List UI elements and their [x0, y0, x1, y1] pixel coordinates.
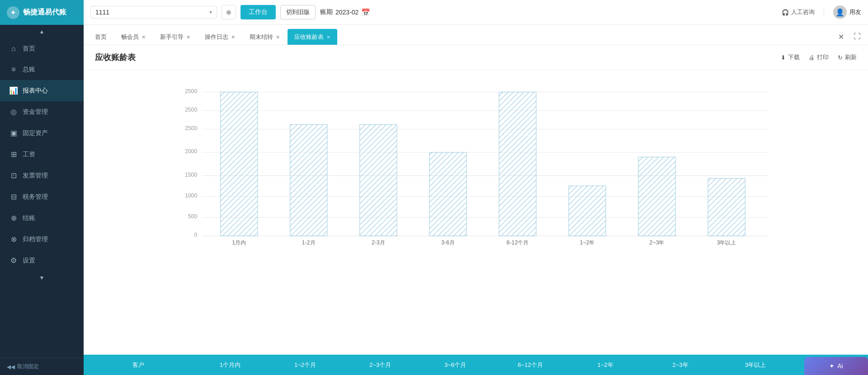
tab-guide-label: 新手引导	[160, 33, 184, 41]
sidebar-item-home-label: 首页	[23, 45, 35, 53]
content-area: 应收账龄表 ⬇ 下载 🖨 打印 ↻ 刷新 2500	[84, 45, 868, 375]
logo-icon: ✦	[7, 6, 19, 19]
svg-rect-29	[638, 157, 675, 236]
settlement-icon: ⊕	[9, 214, 18, 222]
username: 用友	[849, 8, 861, 16]
tab-member[interactable]: 畅会员 ✕	[114, 29, 152, 45]
headset-icon: 🎧	[782, 9, 789, 16]
sidebar-item-invoice[interactable]: ⊡ 发票管理	[0, 165, 84, 186]
ledger-icon: ≡	[9, 66, 18, 74]
period-value: 2023-02	[335, 9, 359, 16]
salary-icon: ⊞	[9, 150, 18, 159]
sidebar-item-tax[interactable]: ⊟ 税务管理	[0, 186, 84, 207]
tab-member-close[interactable]: ✕	[142, 34, 146, 40]
ai-label: Ai	[837, 362, 843, 370]
chart-area: 2500 2500 2500 2000 1500 1000 500 0	[84, 70, 868, 355]
svg-text:2-3月: 2-3月	[372, 239, 385, 246]
download-label: 下载	[788, 53, 800, 61]
tab-period-end-close[interactable]: ✕	[276, 34, 280, 40]
sidebar-item-ledger-label: 总账	[23, 66, 35, 74]
sidebar-item-fixed-assets[interactable]: ▣ 固定资产	[0, 122, 84, 144]
sidebar-item-archive[interactable]: ⊗ 归档管理	[0, 229, 84, 250]
tab-oplog-close[interactable]: ✕	[231, 34, 235, 40]
tab-guide[interactable]: 新手引导 ✕	[153, 29, 197, 45]
consult-btn[interactable]: 🎧 人工咨询	[782, 8, 815, 16]
sidebar-scroll-up[interactable]: ▲	[0, 25, 84, 38]
sidebar-item-funds[interactable]: ◎ 资金管理	[0, 101, 84, 122]
copy-icon: ⊕	[226, 9, 231, 16]
app-name: 畅捷通易代账	[23, 8, 66, 17]
svg-text:2500: 2500	[185, 88, 198, 94]
period-display: 账期 2023-02 📅	[320, 8, 370, 17]
download-button[interactable]: ⬇ 下载	[781, 53, 800, 61]
print-button[interactable]: 🖨 打印	[809, 53, 829, 61]
col-6-12month: 6~12个月	[493, 361, 568, 369]
tab-home[interactable]: 首页	[88, 29, 113, 45]
svg-text:2500: 2500	[185, 107, 198, 113]
sidebar-item-ledger[interactable]: ≡ 总账	[0, 59, 84, 80]
main-area: 1111 ▾ ⊕ 工作台 切到旧版 账期 2023-02 📅 🎧 人工咨询 👤 …	[84, 0, 868, 375]
svg-rect-19	[290, 125, 327, 236]
col-3year-plus: 3年以上	[718, 361, 793, 369]
sidebar-item-settings-label: 设置	[23, 257, 35, 265]
svg-text:6-12个月: 6-12个月	[507, 239, 529, 246]
svg-text:3-6月: 3-6月	[441, 239, 455, 246]
sidebar-item-reports[interactable]: 📊 报表中心	[0, 80, 84, 101]
user-menu[interactable]: 👤 用友	[833, 5, 861, 19]
copy-button[interactable]: ⊕	[222, 5, 236, 19]
svg-text:1月内: 1月内	[232, 239, 246, 246]
oldver-button[interactable]: 切到旧版	[280, 5, 316, 19]
col-1-2month: 1~2个月	[268, 361, 343, 369]
tab-ar-aging[interactable]: 应收账龄表 ✕	[288, 29, 337, 45]
refresh-label: 刷新	[845, 53, 857, 61]
tab-guide-close[interactable]: ✕	[186, 34, 190, 40]
sidebar-item-settings[interactable]: ⚙ 设置	[0, 250, 84, 271]
svg-text:1-2月: 1-2月	[302, 239, 316, 246]
topbar-right: 🎧 人工咨询 👤 用友	[782, 5, 861, 19]
table-header: 客户 1个月内 1~2个月 2~3个月 3~6个月 6~12个月 1~2年 2~…	[84, 355, 868, 375]
tabs-bar-actions: ✕ ⛶	[835, 30, 863, 45]
sidebar-item-archive-label: 归档管理	[23, 235, 48, 244]
sidebar-item-salary[interactable]: ⊞ 工资	[0, 144, 84, 165]
page-header: 应收账龄表 ⬇ 下载 🖨 打印 ↻ 刷新	[84, 45, 868, 70]
sidebar-item-home[interactable]: ⌂ 首页	[0, 38, 84, 59]
period-label: 账期	[320, 8, 333, 16]
ai-chat-button[interactable]: ✦ Ai	[804, 357, 868, 375]
svg-text:500: 500	[188, 213, 198, 220]
company-name: 1111	[95, 9, 207, 16]
fixed-assets-icon: ▣	[9, 129, 18, 137]
svg-text:3年以上: 3年以上	[717, 239, 736, 246]
svg-text:0: 0	[194, 232, 197, 238]
svg-rect-27	[569, 186, 606, 236]
svg-text:2~3年: 2~3年	[650, 239, 665, 246]
col-1-2year: 1~2年	[568, 361, 643, 369]
refresh-button[interactable]: ↻ 刷新	[838, 53, 857, 61]
sidebar: ✦ 畅捷通易代账 ▲ ⌂ 首页 ≡ 总账 📊 报表中心 ◎ 资金管理 ▣ 固定资…	[0, 0, 84, 375]
ar-aging-chart: 2500 2500 2500 2000 1500 1000 500 0	[97, 79, 854, 251]
sidebar-item-settlement-label: 结账	[23, 214, 35, 222]
calendar-icon[interactable]: 📅	[361, 8, 370, 17]
print-icon: 🖨	[809, 54, 815, 61]
svg-text:1~2年: 1~2年	[580, 239, 595, 246]
col-2-3month: 2~3个月	[343, 361, 418, 369]
tab-period-end[interactable]: 期末结转 ✕	[243, 29, 287, 45]
company-selector[interactable]: 1111 ▾	[90, 6, 217, 19]
tab-member-label: 畅会员	[121, 33, 139, 41]
archive-icon: ⊗	[9, 235, 18, 244]
svg-text:2500: 2500	[185, 125, 198, 131]
cancel-pin-btn[interactable]: ◀◀ 取消固定	[0, 358, 84, 375]
tab-oplog[interactable]: 操作日志 ✕	[198, 29, 242, 45]
sidebar-scroll-down[interactable]: ▼	[0, 271, 84, 285]
page-title: 应收账龄表	[95, 52, 136, 63]
svg-rect-25	[499, 92, 536, 236]
cancel-pin-label: 取消固定	[17, 363, 39, 370]
col-3-6month: 3~6个月	[418, 361, 493, 369]
sidebar-item-settlement[interactable]: ⊕ 结账	[0, 207, 84, 229]
workbench-button[interactable]: 工作台	[241, 5, 276, 19]
pin-icon: ◀◀	[7, 364, 15, 370]
svg-rect-31	[708, 178, 745, 236]
tab-ar-aging-close[interactable]: ✕	[326, 34, 330, 40]
tax-icon: ⊟	[9, 192, 18, 201]
maximize-button[interactable]: ⛶	[851, 30, 863, 43]
close-all-tabs-button[interactable]: ✕	[835, 30, 847, 43]
